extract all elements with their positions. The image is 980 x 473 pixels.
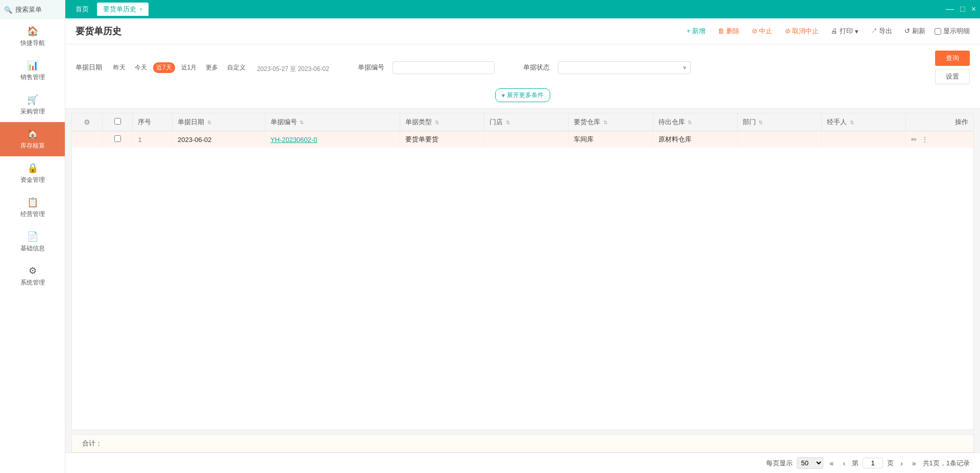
total-label: 合计： xyxy=(82,439,102,448)
minimize-btn[interactable]: — xyxy=(946,5,954,14)
row-settings xyxy=(72,131,102,148)
bill-no-input[interactable] xyxy=(393,61,495,74)
data-table: ⚙ 序号 单据日期 ⇅ 单据编号 xyxy=(72,113,973,148)
main-area: 首页 要货单历史 × — □ × 要货单历史 + 新增 🗑 删除 ⊘ 中 xyxy=(65,0,980,473)
edit-icon[interactable]: ✏ xyxy=(911,135,917,144)
stop-btn[interactable]: ⊘ 中止 xyxy=(749,25,776,38)
table-settings-icon[interactable]: ⚙ xyxy=(84,118,90,126)
col-billno-header[interactable]: 单据编号 ⇅ xyxy=(265,113,400,131)
shortcut-yesterday[interactable]: 昨天 xyxy=(110,62,129,73)
col-store-header[interactable]: 门店 ⇅ xyxy=(484,113,569,131)
sidebar-item-quick-nav[interactable]: 🏠 快捷导航 xyxy=(0,19,65,54)
chart-icon: 📊 xyxy=(27,60,38,71)
more-icon[interactable]: ⋮ xyxy=(921,135,928,144)
reqwh-sort-icon[interactable]: ⇅ xyxy=(603,120,607,125)
col-handler-header[interactable]: 经手人 ⇅ xyxy=(822,113,906,131)
tab-bill-history-label: 要货单历史 xyxy=(103,5,136,14)
print-btn[interactable]: 🖨 打印 ▾ xyxy=(828,25,862,38)
new-btn[interactable]: + 新增 xyxy=(683,25,708,38)
row-billno-link[interactable]: YH-20230602-0 xyxy=(271,136,317,144)
col-type-label: 单据类型 xyxy=(405,118,432,126)
sidebar-item-inventory[interactable]: 🏠 库存核算 xyxy=(0,122,65,156)
sidebar-item-finance[interactable]: 🔒 资金管理 xyxy=(0,156,65,191)
maximize-btn[interactable]: □ xyxy=(960,5,965,14)
prev-page-btn[interactable]: ‹ xyxy=(840,458,848,468)
shortcut-today[interactable]: 今天 xyxy=(132,62,150,73)
col-checkbox-header xyxy=(102,113,132,131)
towh-sort-icon[interactable]: ⇅ xyxy=(688,120,692,125)
show-detail-toggle[interactable]: 显示明细 xyxy=(935,27,970,36)
table-header-row: ⚙ 序号 单据日期 ⇅ 单据编号 xyxy=(72,113,973,131)
sidebar-item-basic[interactable]: 📄 基础信息 xyxy=(0,225,65,259)
sidebar-item-sales[interactable]: 📊 销售管理 xyxy=(0,54,65,88)
col-dept-label: 部门 xyxy=(743,118,756,126)
close-btn[interactable]: × xyxy=(971,5,976,14)
col-dept-header[interactable]: 部门 ⇅ xyxy=(737,113,821,131)
per-page-select[interactable]: 50 100 200 xyxy=(797,457,823,469)
sidebar-item-system[interactable]: ⚙ 系统管理 xyxy=(0,259,65,293)
col-billno-label: 单据编号 xyxy=(271,118,297,126)
setting-button[interactable]: 设置 xyxy=(935,69,970,84)
col-op-header: 操作 xyxy=(906,113,973,131)
row-towh: 原材料仓库 xyxy=(653,131,737,148)
delete-btn-label: 🗑 删除 xyxy=(718,27,740,36)
print-dropdown-icon[interactable]: ▾ xyxy=(855,28,859,35)
page-input[interactable] xyxy=(863,458,883,468)
cancel-stop-label: ⊘ 取消中止 xyxy=(785,27,819,36)
last-page-btn[interactable]: » xyxy=(910,458,919,468)
col-handler-label: 经手人 xyxy=(827,118,847,126)
clipboard-icon: 📋 xyxy=(27,197,38,208)
sidebar-item-label: 采购管理 xyxy=(20,107,45,116)
handler-sort-icon[interactable]: ⇅ xyxy=(850,120,854,125)
expand-label: 展开更多条件 xyxy=(507,91,544,100)
shortcut-1month[interactable]: 近1月 xyxy=(178,62,200,73)
row-handler xyxy=(822,131,906,148)
refresh-btn[interactable]: ↺ 刷新 xyxy=(901,25,928,38)
status-input[interactable] xyxy=(558,61,691,74)
sidebar-item-label: 库存核算 xyxy=(20,141,45,150)
select-all-checkbox[interactable] xyxy=(114,118,121,125)
first-page-btn[interactable]: « xyxy=(827,458,837,468)
sidebar-item-purchase[interactable]: 🛒 采购管理 xyxy=(0,88,65,122)
table-area: ⚙ 序号 单据日期 ⇅ 单据编号 xyxy=(71,113,974,430)
page-suffix: 页 xyxy=(887,459,894,468)
col-num-label: 序号 xyxy=(138,118,151,126)
window-controls: — □ × xyxy=(946,5,976,14)
date-filter-label: 单据日期 xyxy=(76,63,102,72)
shortcut-custom[interactable]: 自定义 xyxy=(224,62,249,73)
sidebar-item-label: 快捷导航 xyxy=(20,39,45,48)
gear-icon: ⚙ xyxy=(29,265,37,276)
store-sort-icon[interactable]: ⇅ xyxy=(506,120,510,125)
type-sort-icon[interactable]: ⇅ xyxy=(435,120,439,125)
query-button[interactable]: 查询 xyxy=(935,51,970,66)
pagination: 每页显示 50 100 200 « ‹ 第 页 › » 共1页，1条记录 xyxy=(65,453,980,473)
status-dropdown-icon[interactable]: ▾ xyxy=(683,64,687,72)
delete-btn[interactable]: 🗑 删除 xyxy=(715,25,743,38)
tab-home[interactable]: 首页 xyxy=(69,3,95,16)
row-op: ✏ ⋮ xyxy=(906,131,973,148)
show-detail-checkbox[interactable] xyxy=(935,28,941,35)
col-date-header[interactable]: 单据日期 ⇅ xyxy=(173,113,265,131)
row-select-checkbox[interactable] xyxy=(114,135,121,142)
shortcut-more[interactable]: 更多 xyxy=(203,62,221,73)
date-sort-icon[interactable]: ⇅ xyxy=(207,120,211,125)
next-page-btn[interactable]: › xyxy=(898,458,905,468)
dept-sort-icon[interactable]: ⇅ xyxy=(758,120,763,125)
sidebar-search[interactable]: 🔍 搜索菜单 xyxy=(0,0,65,19)
col-towh-header[interactable]: 待出仓库 ⇅ xyxy=(653,113,737,131)
row-checkbox xyxy=(102,131,132,148)
sidebar-item-label: 销售管理 xyxy=(20,73,45,82)
tab-close-icon[interactable]: × xyxy=(139,6,142,12)
cancel-stop-btn[interactable]: ⊘ 取消中止 xyxy=(782,25,822,38)
billno-sort-icon[interactable]: ⇅ xyxy=(300,120,304,125)
sidebar: 🔍 搜索菜单 🏠 快捷导航 📊 销售管理 🛒 采购管理 🏠 库存核算 🔒 资金管… xyxy=(0,0,65,473)
row-billno[interactable]: YH-20230602-0 xyxy=(265,131,400,148)
expand-more-btn[interactable]: ▾ 展开更多条件 xyxy=(495,88,550,102)
col-type-header[interactable]: 单据类型 ⇅ xyxy=(400,113,484,131)
tab-bill-history[interactable]: 要货单历史 × xyxy=(97,3,149,16)
shortcut-7days[interactable]: 近7天 xyxy=(153,62,175,73)
sidebar-item-operations[interactable]: 📋 经营管理 xyxy=(0,191,65,225)
home-icon: 🏠 xyxy=(27,26,38,37)
export-btn[interactable]: ↗ 导出 xyxy=(868,25,896,38)
col-reqwh-header[interactable]: 要货仓库 ⇅ xyxy=(569,113,653,131)
